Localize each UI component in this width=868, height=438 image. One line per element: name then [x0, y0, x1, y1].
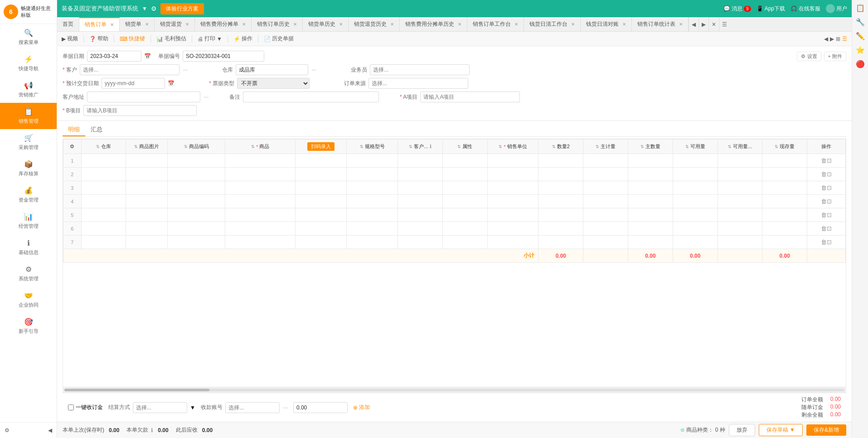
sort-icon[interactable]: ⇅	[184, 144, 188, 149]
print-btn[interactable]: 🖨 打印 ▼	[198, 35, 222, 43]
row-available[interactable]	[673, 222, 718, 236]
sort-icon[interactable]: ⇅	[775, 144, 778, 149]
sidebar-item-nav[interactable]: ⚡ 快捷导航	[0, 50, 57, 77]
row-main-qty[interactable]	[628, 181, 673, 195]
sidebar-item-guide[interactable]: 🎯 新手引导	[0, 313, 57, 339]
right-icon-3[interactable]: ✏️	[856, 32, 865, 40]
attach-btn[interactable]: + 附件	[824, 52, 846, 61]
tab-close-icon[interactable]: ✕	[185, 22, 189, 27]
row-customer-code[interactable]	[398, 236, 443, 249]
scroll-bar[interactable]	[63, 387, 846, 393]
account-expand-icon[interactable]: ···	[283, 404, 288, 411]
row-code[interactable]	[168, 208, 225, 222]
row-goods[interactable]	[225, 208, 296, 222]
scan-btn[interactable]: 扫码录入	[307, 142, 335, 151]
row-image[interactable]	[126, 195, 168, 208]
row-available[interactable]	[673, 154, 718, 168]
row-available2[interactable]	[718, 195, 762, 208]
add-btn[interactable]: ⊕ 添加	[353, 404, 370, 411]
row-available2[interactable]	[718, 222, 762, 236]
tab-close-icon[interactable]: ✕	[242, 22, 246, 27]
delete-icon[interactable]: 🗑	[821, 171, 827, 178]
staff-input[interactable]	[370, 64, 470, 75]
row-current[interactable]	[762, 208, 807, 222]
row-warehouse[interactable]	[81, 181, 126, 195]
sort-icon[interactable]: ⇅	[728, 144, 732, 149]
row-goods[interactable]	[225, 222, 296, 236]
row-goods[interactable]	[225, 236, 296, 249]
amount-input[interactable]	[293, 402, 348, 413]
online-service-btn[interactable]: 🎧 在线客服	[790, 5, 820, 13]
tab-sales-fee[interactable]: 销售费用分摊单 ✕	[195, 17, 252, 32]
sidebar-item-basic[interactable]: ℹ 基础信息	[0, 234, 57, 260]
a-project-input[interactable]	[420, 91, 520, 102]
sidebar-item-marketing[interactable]: 📢 营销推广	[0, 77, 57, 103]
right-icon-2[interactable]: 🔧	[856, 18, 865, 26]
sort-icon[interactable]: ⇅	[134, 144, 138, 149]
row-warehouse[interactable]	[81, 154, 126, 168]
tab-home[interactable]: 首页	[57, 17, 79, 32]
row-available2[interactable]	[718, 168, 762, 181]
tab-sales-workbench[interactable]: 销售订单工作台 ✕	[467, 17, 524, 32]
row-spec[interactable]	[347, 236, 398, 249]
copy-icon[interactable]: ⊡	[827, 225, 832, 232]
date-input[interactable]	[87, 51, 141, 62]
save-new-btn[interactable]: 保存&新增	[806, 424, 846, 436]
customer-input[interactable]	[80, 64, 179, 75]
note-input[interactable]	[243, 91, 379, 102]
row-unit[interactable]	[487, 168, 538, 181]
tab-close-icon[interactable]: ✕	[339, 22, 343, 27]
row-code[interactable]	[168, 168, 225, 181]
copy-icon[interactable]: ⊡	[827, 198, 832, 205]
warehouse-input[interactable]	[236, 64, 308, 75]
sidebar-item-search[interactable]: 🔍 搜索菜单	[0, 24, 57, 50]
tab-cash-workbench[interactable]: 钱货日清工作台 ✕	[524, 17, 581, 32]
invoice-select[interactable]: 不开票 普通发票 增值税专用发票	[237, 78, 310, 89]
row-spec[interactable]	[347, 222, 398, 236]
save-draft-btn[interactable]: 保存草稿 ▼	[759, 424, 803, 436]
order-source-input[interactable]	[369, 78, 468, 89]
row-qty2[interactable]	[538, 236, 583, 249]
row-qty2[interactable]	[538, 195, 583, 208]
sidebar-item-sales[interactable]: 📋 销售管理	[0, 103, 57, 129]
row-warehouse[interactable]	[81, 222, 126, 236]
account-input[interactable]	[225, 402, 280, 413]
address-expand-icon[interactable]: ···	[204, 94, 209, 100]
operation-btn[interactable]: ⚡ 操作	[233, 35, 252, 43]
save-draft-dropdown-icon[interactable]: ▼	[790, 427, 795, 433]
row-customer-code[interactable]	[398, 154, 443, 168]
delete-icon[interactable]: 🗑	[821, 198, 827, 205]
tab-summary[interactable]: 汇总	[85, 124, 108, 136]
row-current[interactable]	[762, 222, 807, 236]
row-main-unit[interactable]	[583, 195, 628, 208]
row-current[interactable]	[762, 181, 807, 195]
row-attr[interactable]	[442, 168, 487, 181]
nav-next-icon[interactable]: ▶	[830, 36, 834, 42]
tab-sales-stats[interactable]: 销售订单统计表 ✕	[632, 17, 689, 32]
row-goods[interactable]	[225, 154, 296, 168]
print-dropdown-icon[interactable]: ▼	[217, 36, 222, 42]
row-qty2[interactable]	[538, 181, 583, 195]
history-btn[interactable]: 📄 历史单据	[264, 35, 294, 43]
tab-close-icon[interactable]: ✕	[458, 22, 461, 27]
delete-icon[interactable]: 🗑	[821, 212, 827, 218]
row-image[interactable]	[126, 236, 168, 249]
tab-sales-slip[interactable]: 销货单 ✕	[120, 17, 155, 32]
row-available[interactable]	[673, 181, 718, 195]
tab-cash-reconcile[interactable]: 钱货日清对账 ✕	[581, 17, 632, 32]
tab-close-icon[interactable]: ✕	[622, 22, 626, 27]
user-btn[interactable]: 用户	[826, 4, 847, 13]
row-spec[interactable]	[347, 181, 398, 195]
row-code[interactable]	[168, 236, 225, 249]
info-icon-due[interactable]: ℹ	[151, 427, 153, 433]
sort-icon[interactable]: ⇅	[96, 144, 100, 149]
sort-icon[interactable]: ⇅	[251, 144, 255, 149]
row-goods[interactable]	[225, 181, 296, 195]
sort-icon[interactable]: ⇅	[552, 144, 556, 149]
row-spec[interactable]	[347, 154, 398, 168]
row-unit[interactable]	[487, 236, 538, 249]
settings-icon[interactable]: ⚙	[5, 427, 10, 433]
message-btn[interactable]: 💬 消息 9	[723, 5, 751, 13]
row-available2[interactable]	[718, 208, 762, 222]
sidebar-item-purchase[interactable]: 🛒 采购管理	[0, 129, 57, 155]
